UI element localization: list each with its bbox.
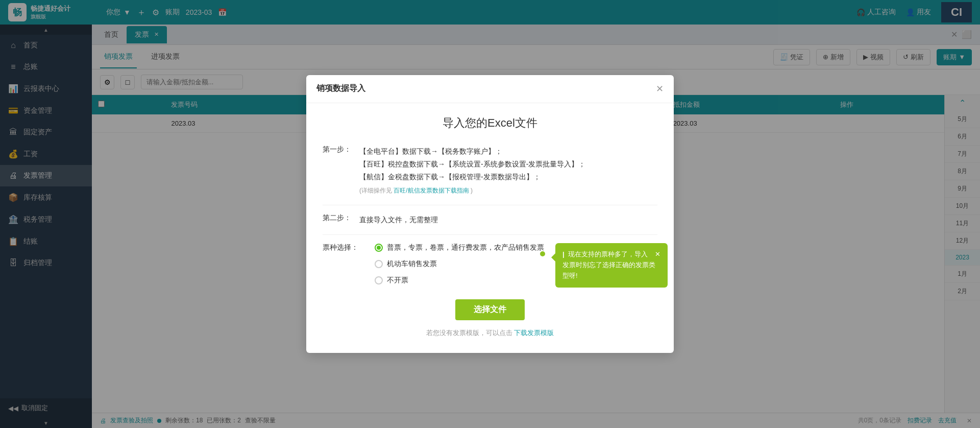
divider <box>323 205 657 205</box>
radio-group: 普票，专票，卷票，通行费发票，农产品销售发票 机动车销售发票 不开票 <box>375 243 544 285</box>
step1-line3: 【航信】金税盘数据下载→【报税管理-发票数据导出】； <box>359 171 585 183</box>
tooltip-dot <box>540 251 545 256</box>
step2-row: 第二步： 直接导入文件，无需整理 <box>323 213 657 226</box>
radio-section: 票种选择： 普票，专票，卷票，通行费发票，农产品销售发票 机动车销售发票 不开票 <box>323 243 657 285</box>
step1-line1: 【全电平台】数据下载→【税务数字账户】； <box>359 145 585 158</box>
tooltip-close-btn[interactable]: ✕ <box>655 249 660 260</box>
radio-circle-1 <box>375 244 383 252</box>
modal-close-btn[interactable]: ✕ <box>656 83 664 94</box>
import-modal: 销项数据导入 ✕ 导入您的Excel文件 第一步： 【全电平台】数据下载→【税务… <box>306 75 674 353</box>
modal-overlay[interactable]: 销项数据导入 ✕ 导入您的Excel文件 第一步： 【全电平台】数据下载→【税务… <box>0 0 980 428</box>
step1-label: 第一步： <box>323 145 353 197</box>
divider2 <box>323 234 657 235</box>
download-template-link[interactable]: 下载发票模版 <box>514 329 554 337</box>
tooltip-balloon: ✕ | 现在支持的票种多了，导入发票时别忘了选择正确的发票类型呀! <box>555 243 668 287</box>
step1-content: 【全电平台】数据下载→【税务数字账户】； 【百旺】税控盘数据下载→【系统设置-系… <box>359 145 585 197</box>
modal-big-title: 导入您的Excel文件 <box>323 115 657 131</box>
radio-option-3[interactable]: 不开票 <box>375 276 544 285</box>
modal-footer-note: 若您没有发票模版，可以点击 下载发票模版 <box>323 328 657 338</box>
step2-label: 第二步： <box>323 213 353 226</box>
radio-circle-3 <box>375 276 383 284</box>
radio-circle-2 <box>375 260 383 268</box>
radio-option-2[interactable]: 机动车销售发票 <box>375 259 544 269</box>
modal-title: 销项数据导入 <box>316 83 365 94</box>
select-file-btn[interactable]: 选择文件 <box>455 299 525 320</box>
vertical-bar: | <box>562 250 565 258</box>
modal-body: 导入您的Excel文件 第一步： 【全电平台】数据下载→【税务数字账户】； 【百… <box>306 103 674 353</box>
step1-line2: 【百旺】税控盘数据下载→【系统设置-系统参数设置-发票批量导入】； <box>359 158 585 171</box>
modal-header: 销项数据导入 ✕ <box>306 75 674 103</box>
select-file-section: 选择文件 <box>323 299 657 320</box>
step2-content: 直接导入文件，无需整理 <box>359 213 438 226</box>
step1-note: (详细操作见 百旺/航信发票数据下载指南 ) <box>359 185 585 197</box>
radio-option-1[interactable]: 普票，专票，卷票，通行费发票，农产品销售发票 <box>375 243 544 252</box>
radio-label: 票种选择： <box>323 243 358 285</box>
guide-link[interactable]: 百旺/航信发票数据下载指南 <box>394 187 469 194</box>
step1-row: 第一步： 【全电平台】数据下载→【税务数字账户】； 【百旺】税控盘数据下载→【系… <box>323 145 657 197</box>
